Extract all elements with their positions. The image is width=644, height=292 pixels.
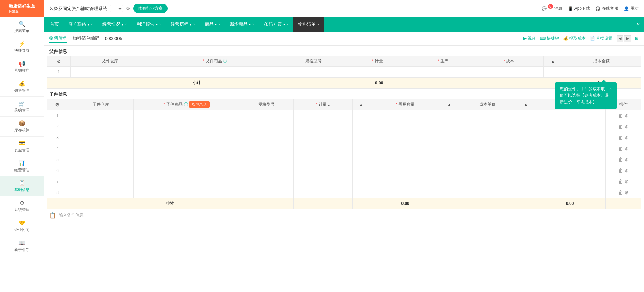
tooltip-close-btn[interactable]: × xyxy=(609,86,612,92)
child-spec[interactable] xyxy=(240,165,294,176)
child-qty[interactable] xyxy=(370,154,441,165)
child-unit[interactable] xyxy=(293,187,352,198)
close-icon[interactable]: × xyxy=(91,22,93,26)
nav-tab-products[interactable]: 商品 ▾ × xyxy=(200,17,225,32)
child-warehouse[interactable] xyxy=(68,187,133,198)
parent-unit[interactable] xyxy=(346,67,412,78)
copy-icon[interactable]: ⊕ xyxy=(624,190,629,195)
message-group[interactable]: 💬 6 消息 xyxy=(542,5,562,11)
child-unit-cost[interactable] xyxy=(458,132,517,143)
close-icon[interactable]: × xyxy=(193,22,195,26)
child-product[interactable] xyxy=(133,165,240,176)
next-arrow[interactable]: ▶ xyxy=(624,35,631,42)
video-action[interactable]: ▶ 视频 xyxy=(523,36,536,42)
delete-icon[interactable]: 🗑 xyxy=(618,190,623,195)
hint-text[interactable]: 输入备注信息 xyxy=(59,212,84,218)
child-spec[interactable] xyxy=(240,187,294,198)
parent-cost-type[interactable] xyxy=(478,67,543,78)
delete-icon[interactable]: 🗑 xyxy=(618,179,623,184)
delete-icon[interactable]: 🗑 xyxy=(618,113,623,118)
trial-button[interactable]: 体验行业方案 xyxy=(133,4,168,13)
sidebar-item-operations[interactable]: 📊 经营管理 xyxy=(0,156,44,176)
close-icon[interactable]: × xyxy=(317,22,319,26)
copy-icon[interactable]: ⊕ xyxy=(624,135,629,140)
sub-tab-bom-code[interactable]: 物料清单编码 xyxy=(73,35,99,42)
close-icon[interactable]: × xyxy=(159,22,161,26)
parent-warehouse[interactable] xyxy=(71,67,149,78)
close-icon[interactable]: × xyxy=(252,22,254,26)
child-warehouse[interactable] xyxy=(68,143,133,154)
child-product[interactable] xyxy=(133,187,240,198)
child-spec[interactable] xyxy=(240,176,294,187)
copy-icon[interactable]: ⊕ xyxy=(624,157,629,162)
nav-tab-home[interactable]: 首页 xyxy=(45,17,64,32)
child-warehouse[interactable] xyxy=(68,154,133,165)
child-unit-cost[interactable] xyxy=(458,121,517,132)
nav-tab-customer[interactable]: 客户联络 ▾ × xyxy=(64,17,98,32)
child-unit-cost[interactable] xyxy=(458,110,517,121)
delete-icon[interactable]: 🗑 xyxy=(618,157,623,162)
nav-tab-bom[interactable]: 物料清单 × xyxy=(293,17,324,32)
child-unit[interactable] xyxy=(293,143,352,154)
child-product[interactable] xyxy=(133,154,240,165)
child-warehouse[interactable] xyxy=(68,121,133,132)
sidebar-item-system[interactable]: ⚙ 系统管理 xyxy=(0,196,44,216)
sidebar-item-purchase[interactable]: 🛒 采购管理 xyxy=(0,97,44,117)
child-product[interactable] xyxy=(133,176,240,187)
copy-icon[interactable]: ⊕ xyxy=(624,113,629,118)
sidebar-item-basicinfo[interactable]: 📋 基础信息 xyxy=(0,176,44,196)
child-qty[interactable] xyxy=(370,176,441,187)
delete-icon[interactable]: 🗑 xyxy=(618,146,623,151)
child-spec[interactable] xyxy=(240,110,294,121)
close-icon[interactable]: × xyxy=(218,22,220,26)
close-icon[interactable]: × xyxy=(286,22,288,26)
sidebar-item-guide[interactable]: 📖 新手引导 xyxy=(0,236,44,256)
sidebar-item-sales[interactable]: 💰 销售管理 xyxy=(0,77,44,97)
scan-button[interactable]: 扫码录入 xyxy=(189,101,210,108)
user-group[interactable]: 👤 用友 xyxy=(624,5,639,11)
child-product[interactable] xyxy=(133,143,240,154)
child-spec[interactable] xyxy=(240,154,294,165)
child-qty[interactable] xyxy=(370,132,441,143)
nav-tab-profit[interactable]: 利润报告 ▾ × xyxy=(132,17,166,32)
sidebar-item-finance[interactable]: 💳 资金管理 xyxy=(0,137,44,156)
child-col-gear[interactable]: ⚙ xyxy=(47,99,68,110)
extract-cost-action[interactable]: 💰 提取成本 xyxy=(563,36,586,42)
sidebar-item-quicknav[interactable]: ⚡ 快捷导航 xyxy=(0,37,44,57)
copy-icon[interactable]: ⊕ xyxy=(624,146,629,151)
sidebar-item-enterprise[interactable]: 🤝 企业协同 xyxy=(0,216,44,236)
prev-arrow[interactable]: ◀ xyxy=(617,35,623,42)
child-qty[interactable] xyxy=(370,110,441,121)
sidebar-item-search[interactable]: 🔍 搜索菜单 xyxy=(0,17,44,37)
child-unit-cost[interactable] xyxy=(458,154,517,165)
sub-tab-bom[interactable]: 物料清单 xyxy=(49,34,67,43)
child-product[interactable] xyxy=(133,110,240,121)
doc-settings-action[interactable]: 📄 单据设置 xyxy=(590,36,612,42)
parent-produce[interactable] xyxy=(412,67,478,78)
delete-icon[interactable]: 🗑 xyxy=(618,124,623,129)
child-unit[interactable] xyxy=(293,154,352,165)
nav-close-all[interactable]: × xyxy=(634,21,643,27)
child-warehouse[interactable] xyxy=(68,110,133,121)
child-unit[interactable] xyxy=(293,110,352,121)
nav-tab-barcode[interactable]: 条码方案 ▾ × xyxy=(259,17,293,32)
child-unit-cost[interactable] xyxy=(458,165,517,176)
shortcut-action[interactable]: ⌨ 快捷键 xyxy=(540,36,559,42)
grid-icon[interactable]: ⊞ xyxy=(635,36,639,41)
parent-spec[interactable] xyxy=(281,67,346,78)
nav-tab-operations[interactable]: 经营情况 ▾ × xyxy=(98,17,132,32)
parent-product[interactable] xyxy=(149,67,281,78)
delete-icon[interactable]: 🗑 xyxy=(618,135,623,140)
child-warehouse[interactable] xyxy=(68,132,133,143)
child-spec[interactable] xyxy=(240,143,294,154)
child-spec[interactable] xyxy=(240,132,294,143)
copy-icon[interactable]: ⊕ xyxy=(624,124,629,129)
sidebar-item-marketing[interactable]: 📢 营销推广 xyxy=(0,57,44,77)
child-spec[interactable] xyxy=(240,121,294,132)
online-service-group[interactable]: 🎧 在线客服 xyxy=(595,5,618,11)
delete-icon[interactable]: 🗑 xyxy=(618,168,623,173)
child-unit-cost[interactable] xyxy=(458,176,517,187)
child-qty[interactable] xyxy=(370,143,441,154)
child-product[interactable] xyxy=(133,121,240,132)
sidebar-item-inventory[interactable]: 📦 库存核算 xyxy=(0,117,44,137)
